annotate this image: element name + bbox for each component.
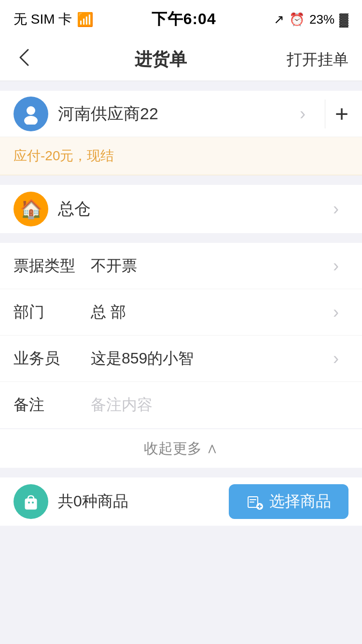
salesman-label: 业务员 [14,348,81,369]
department-chevron-icon: › [333,302,339,322]
status-carrier: 无 SIM 卡 📶 [14,10,94,28]
supplier-card: 河南供应商22 › + 应付-20元，现结 [0,91,362,175]
main-content: 河南供应商22 › + 应付-20元，现结 🏠 总仓 › 票据类型 不开票 › [0,81,362,644]
bottom-product-bar: 共0种商品 选择商品 [0,477,362,526]
supplier-row[interactable]: 河南供应商22 › + [0,91,362,137]
invoice-type-value: 不开票 [81,255,333,277]
warehouse-icon: 🏠 [20,198,42,220]
salesman-row[interactable]: 业务员 这是859的小智 › [0,336,362,382]
divider [325,99,325,128]
section-gap-1 [0,81,362,91]
department-value: 总 部 [81,302,333,323]
back-button[interactable] [14,43,35,76]
page-title: 进货单 [135,48,187,71]
select-products-icon [246,493,264,510]
svg-point-1 [24,116,38,125]
svg-point-0 [27,106,35,115]
svg-point-3 [28,502,30,504]
battery-icon: ▓ [339,12,348,27]
collapse-label: 收起更多 ∧ [144,439,218,459]
nav-bar: 进货单 打开挂单 [0,39,362,81]
select-products-button[interactable]: 选择商品 [229,484,348,519]
product-icon-wrap [14,484,48,519]
department-row[interactable]: 部门 总 部 › [0,289,362,336]
warehouse-icon-wrap: 🏠 [14,192,48,226]
notes-label: 备注 [14,394,81,416]
collapse-button[interactable]: 收起更多 ∧ [0,429,362,468]
status-bar: 无 SIM 卡 📶 下午6:04 ↗ ⏰ 23% ▓ [0,0,362,39]
open-pending-button[interactable]: 打开挂单 [287,49,348,70]
notes-input[interactable]: 备注内容 [81,394,348,416]
warehouse-name: 总仓 [58,198,333,220]
svg-rect-2 [25,499,37,509]
form-section: 票据类型 不开票 › 部门 总 部 › 业务员 这是859的小智 › 备注 备注… [0,243,362,428]
invoice-type-row[interactable]: 票据类型 不开票 › [0,243,362,289]
salesman-chevron-icon: › [333,349,339,369]
supplier-notice: 应付-20元，现结 [0,137,362,175]
battery-text: 23% [309,12,334,27]
invoice-type-label: 票据类型 [14,255,81,277]
carrier-text: 无 SIM 卡 [14,10,72,28]
notes-row[interactable]: 备注 备注内容 [0,382,362,428]
supplier-chevron-icon: › [300,104,306,124]
supplier-avatar [14,97,48,131]
svg-point-4 [32,502,34,504]
supplier-name: 河南供应商22 [58,103,300,125]
select-btn-label: 选择商品 [269,491,331,512]
warehouse-card[interactable]: 🏠 总仓 › [0,185,362,233]
location-icon: ↗ [274,12,284,27]
department-label: 部门 [14,302,81,323]
warehouse-chevron-icon: › [333,199,339,219]
salesman-value: 这是859的小智 [81,348,333,369]
alarm-icon: ⏰ [289,12,305,27]
add-supplier-button[interactable]: + [335,102,348,126]
product-count: 共0种商品 [58,491,229,512]
status-indicators: ↗ ⏰ 23% ▓ [274,12,348,27]
wifi-icon: 📶 [77,12,94,28]
invoice-chevron-icon: › [333,256,339,276]
warehouse-row[interactable]: 🏠 总仓 › [0,185,362,233]
status-time: 下午6:04 [152,9,216,30]
